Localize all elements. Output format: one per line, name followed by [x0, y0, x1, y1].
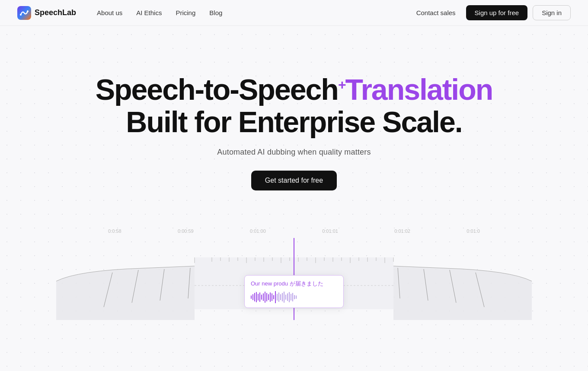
wave-bar: [278, 292, 279, 302]
wave-bar: [268, 294, 269, 300]
wave-bar: [252, 294, 253, 300]
logo-text: SpeechLab: [35, 8, 76, 17]
wave-bar: [284, 292, 284, 303]
wave-bar: [261, 295, 262, 300]
wave-bar: [254, 293, 255, 301]
logo-icon: [17, 6, 31, 20]
cta-button[interactable]: Get started for free: [251, 171, 337, 190]
ts-6: 0:01:0: [467, 228, 480, 234]
nav-link-about[interactable]: About us: [92, 6, 128, 19]
wave-bar: [285, 295, 286, 300]
nav-link-ai-ethics[interactable]: AI Ethics: [131, 6, 167, 19]
demo-section: 0:0:58 0:00:59 0:01:00 0:01:01 0:01:02 0…: [0, 216, 588, 320]
timeline-container: 0:0:58 0:00:59 0:01:00 0:01:01 0:01:02 0…: [56, 225, 532, 320]
signup-button[interactable]: Sign up for free: [466, 5, 528, 20]
hero-section: Speech-to-Speech+Translation Built for E…: [0, 26, 588, 190]
wave-bar: [296, 295, 297, 299]
wave-bar: [287, 293, 288, 301]
hero-plus-mark: +: [338, 77, 345, 92]
wave-bar: [292, 293, 293, 301]
ts-4: 0:01:01: [322, 228, 338, 234]
ts-5: 0:01:02: [394, 228, 410, 234]
ts-1: 0:0:58: [108, 228, 121, 234]
nav-links: About us AI Ethics Pricing Blog: [92, 6, 227, 19]
hero-heading: Speech-to-Speech+Translation Built for E…: [0, 73, 588, 138]
navbar: SpeechLab About us AI Ethics Pricing Blo…: [0, 0, 588, 26]
timeline-box: Our new produ が届きました: [244, 275, 344, 308]
wave-bar: [270, 292, 271, 302]
wave-bar: [291, 294, 291, 301]
ts-3: 0:01:00: [250, 228, 266, 234]
wave-bar: [263, 293, 264, 301]
wave-bar: [277, 294, 278, 301]
wave-bar: [289, 292, 290, 302]
wave-bar: [251, 295, 252, 299]
wave-bar: [265, 292, 265, 303]
nav-right: Contact sales Sign up for free Sign in: [411, 5, 571, 20]
contact-sales-button[interactable]: Contact sales: [411, 6, 461, 19]
wave-bar: [272, 293, 272, 301]
nav-link-pricing[interactable]: Pricing: [170, 6, 201, 19]
hero-heading-part2: Built for Enterprise Scale.: [126, 105, 462, 138]
wave-bar: [294, 295, 295, 299]
waveform: [251, 291, 337, 303]
hero-subtitle: Automated AI dubbing when quality matter…: [0, 148, 588, 157]
logo[interactable]: SpeechLab: [17, 6, 76, 20]
wave-bar: [273, 295, 274, 299]
ts-2: 0:00:59: [178, 228, 194, 234]
wave-center: [275, 291, 276, 303]
svg-point-2: [27, 10, 29, 12]
nav-left: SpeechLab About us AI Ethics Pricing Blo…: [17, 6, 227, 20]
wave-bar: [256, 292, 257, 302]
wave-bar: [266, 293, 267, 301]
wave-bar: [258, 294, 259, 301]
svg-point-1: [20, 14, 22, 16]
hero-heading-part1: Speech-to-Speech: [96, 73, 338, 106]
wave-bar: [280, 294, 281, 300]
translation-text: Our new produ が届きました: [251, 280, 337, 288]
nav-link-blog[interactable]: Blog: [204, 6, 227, 19]
hero-heading-highlight: Translation: [345, 73, 493, 106]
timestamps: 0:0:58 0:00:59 0:01:00 0:01:01 0:01:02 0…: [56, 228, 532, 234]
signin-button[interactable]: Sign in: [533, 5, 571, 20]
wave-bar: [282, 293, 283, 301]
wave-bar: [259, 292, 260, 302]
